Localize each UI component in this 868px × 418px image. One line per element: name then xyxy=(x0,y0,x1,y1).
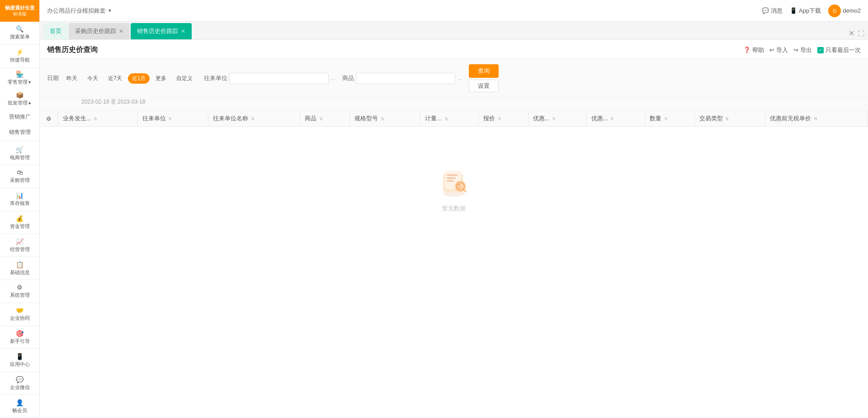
wholesale-mgmt-icon: 📦 xyxy=(16,91,24,99)
guide-icon: 🎯 xyxy=(16,330,24,337)
sidebar-item-wholesale-mgmt[interactable]: 📦 批发管理▲ xyxy=(0,88,39,109)
sort-icon-goods: ⇅ xyxy=(319,116,323,121)
table-th-price[interactable]: 报价 ⇅ xyxy=(479,111,528,127)
logo: 畅捷通好生意 标准版 xyxy=(0,0,39,22)
tabbar-actions: ✕ ⛶ xyxy=(849,29,864,39)
page-header: 销售历史价查询 ❓ 帮助 ↩ 导入 ↪ 导出 ✓ 只看最后一次 xyxy=(40,40,868,59)
app-center-icon: 📱 xyxy=(16,353,24,360)
sidebar-item-enterprise-wechat[interactable]: 💬 企业微信 xyxy=(0,372,39,395)
table-th-unit[interactable]: 计量... ⇅ xyxy=(420,111,479,127)
sort-icon-spec: ⇅ xyxy=(381,116,384,121)
maximize-icon[interactable]: ⛶ xyxy=(858,30,864,37)
table-th-pretax-price[interactable]: 优惠前无税单价 ⇅ xyxy=(765,111,868,127)
tab-sales-history[interactable]: 销售历史价跟踪 ✕ xyxy=(131,23,192,39)
close-all-icon[interactable]: ✕ xyxy=(849,29,854,38)
table-th-trade-type[interactable]: 交易类型 ⇅ xyxy=(694,111,765,127)
svg-rect-4 xyxy=(447,177,456,179)
import-button[interactable]: ↩ 导入 xyxy=(769,46,788,54)
sidebar-item-search-menu[interactable]: 🔍 搜索菜单 xyxy=(0,22,39,45)
sidebar-item-inventory[interactable]: 📊 库存核算 xyxy=(0,188,39,211)
empty-state-illustration xyxy=(436,163,472,199)
search-button[interactable]: 查询 xyxy=(469,64,499,78)
sidebar: 畅捷通好生意 标准版 🔍 搜索菜单 ⚡ 快捷导航 🏪 零售管理▼ 📦 批发管理▲… xyxy=(0,0,40,418)
sort-icon-price: ⇅ xyxy=(498,116,501,121)
date-filter-group: 日期 昨天 今天 近7天 近1月 更多 自定义 xyxy=(47,73,197,84)
download-icon: 📱 xyxy=(790,7,797,14)
date-btn-1month[interactable]: 近1月 xyxy=(128,73,150,84)
gear-icon: ⚙ xyxy=(46,115,52,122)
sort-icon-date: ⇅ xyxy=(94,116,97,121)
sidebar-item-ecommerce[interactable]: 🛒 电商管理 xyxy=(0,142,39,165)
topbar: 办公用品行业模拟账套 ▼ 💬 消息 📱 App下载 D demo2 xyxy=(40,0,868,22)
table-th-date[interactable]: 业务发生... ⇅ xyxy=(58,111,137,127)
sort-icon-qty: ⇅ xyxy=(664,116,668,121)
sidebar-item-system[interactable]: ⚙ 系统管理 xyxy=(0,280,39,303)
table-th-gear[interactable]: ⚙ xyxy=(40,111,58,127)
quick-nav-icon: ⚡ xyxy=(16,48,24,56)
app-download-button[interactable]: 📱 App下载 xyxy=(790,7,821,15)
empty-state-text: 暂无数据 xyxy=(442,204,466,213)
sales-history-tab-close-icon[interactable]: ✕ xyxy=(181,28,185,34)
tab-home[interactable]: 首页 xyxy=(43,23,68,39)
table-th-discount2[interactable]: 优惠... ⇅ xyxy=(586,111,645,127)
member-icon: 👤 xyxy=(16,399,24,406)
cooperation-icon: 🤝 xyxy=(16,307,24,314)
table-th-qty[interactable]: 数量 ⇅ xyxy=(645,111,694,127)
message-button[interactable]: 💬 消息 xyxy=(762,7,783,15)
table-th-partner-code[interactable]: 往来单位 ⇅ xyxy=(137,111,208,127)
sort-icon-discount1: ⇅ xyxy=(552,116,556,121)
sidebar-item-basic-info[interactable]: 📋 基础信息 xyxy=(0,257,39,280)
date-btn-custom[interactable]: 自定义 xyxy=(172,73,197,84)
sidebar-item-retail-mgmt[interactable]: 🏪 零售管理▼ xyxy=(0,68,39,89)
export-icon: ↪ xyxy=(793,47,798,53)
help-button[interactable]: ❓ 帮助 xyxy=(743,46,764,54)
page-content: 销售历史价查询 ❓ 帮助 ↩ 导入 ↪ 导出 ✓ 只看最后一次 xyxy=(40,40,868,418)
export-button[interactable]: ↪ 导出 xyxy=(793,46,812,54)
purchase-history-tab-close-icon[interactable]: ✕ xyxy=(119,28,123,34)
account-name: 办公用品行业模拟账套 xyxy=(47,7,106,15)
dropdown-arrow-icon: ▼ xyxy=(108,8,112,13)
partner-ellipsis[interactable]: ... xyxy=(330,75,335,81)
goods-input[interactable] xyxy=(356,73,455,84)
sidebar-item-purchase-mgmt[interactable]: 🛍 采购管理 xyxy=(0,165,39,188)
sidebar-item-finance[interactable]: 💰 资金管理 xyxy=(0,211,39,234)
filter-bar: 日期 昨天 今天 近7天 近1月 更多 自定义 往来单位 ... 商品 ... xyxy=(40,59,868,98)
action-buttons: 查询 设置 xyxy=(469,64,499,92)
sidebar-item-guide[interactable]: 🎯 新手引导 xyxy=(0,326,39,349)
search-menu-icon: 🔍 xyxy=(16,25,24,33)
table-body: 暂无数据 xyxy=(40,127,868,249)
import-icon: ↩ xyxy=(769,47,774,53)
svg-rect-3 xyxy=(447,175,458,176)
table-th-partner-name[interactable]: 往来单位名称 ⇅ xyxy=(208,111,300,127)
partner-input[interactable] xyxy=(229,73,329,84)
date-btn-7days[interactable]: 近7天 xyxy=(104,73,126,84)
data-table: ⚙ 业务发生... ⇅ 往来单位 ⇅ 往来单位名称 ⇅ xyxy=(40,111,868,249)
divider xyxy=(0,141,39,141)
table-th-discount1[interactable]: 优惠... ⇅ xyxy=(528,111,586,127)
home-tab-label: 首页 xyxy=(50,27,61,35)
empty-state: 暂无数据 xyxy=(40,127,868,249)
date-options: 昨天 今天 近7天 近1月 更多 自定义 xyxy=(62,73,197,84)
sidebar-item-app-center[interactable]: 📱 应用中心 xyxy=(0,349,39,372)
table-th-spec[interactable]: 规格型号 ⇅ xyxy=(349,111,420,127)
user-menu[interactable]: D demo2 xyxy=(828,5,861,17)
account-dropdown[interactable]: 办公用品行业模拟账套 ▼ xyxy=(47,7,112,15)
topbar-right: 💬 消息 📱 App下载 D demo2 xyxy=(762,5,861,17)
sidebar-item-marketing[interactable]: 营销推广 xyxy=(0,109,39,124)
sidebar-item-cooperation[interactable]: 🤝 企业协同 xyxy=(0,303,39,326)
sidebar-item-member[interactable]: 👤 畅会员 xyxy=(0,395,39,418)
last-only-checkbox[interactable]: ✓ 只看最后一次 xyxy=(817,46,861,54)
goods-ellipsis[interactable]: ... xyxy=(457,75,462,81)
date-btn-today[interactable]: 今天 xyxy=(83,73,102,84)
purchase-history-tab-label: 采购历史价跟踪 xyxy=(75,27,116,35)
date-btn-more[interactable]: 更多 xyxy=(151,73,170,84)
sidebar-item-operations[interactable]: 📈 经营管理 xyxy=(0,234,39,257)
settings-button[interactable]: 设置 xyxy=(469,80,499,92)
goods-filter-group: 商品 ... xyxy=(342,73,462,84)
tab-purchase-history[interactable]: 采购历史价跟踪 ✕ xyxy=(69,23,130,39)
avatar: D xyxy=(828,5,841,17)
sidebar-item-sales-mgmt[interactable]: 销售管理 xyxy=(0,124,39,140)
table-th-goods[interactable]: 商品 ⇅ xyxy=(300,111,349,127)
date-btn-yesterday[interactable]: 昨天 xyxy=(62,73,81,84)
sidebar-item-quick-nav[interactable]: ⚡ 快捷导航 xyxy=(0,45,39,68)
